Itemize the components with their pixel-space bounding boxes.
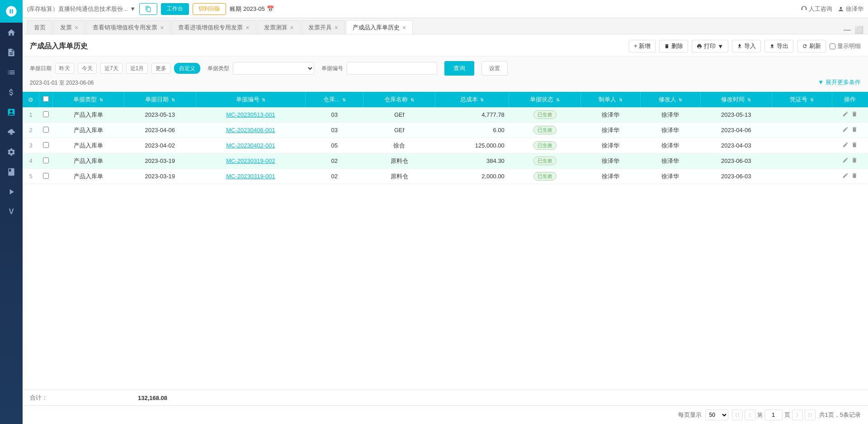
- sidebar-item-stamp[interactable]: [0, 122, 23, 142]
- col-total-cost[interactable]: 总成本 ⇅: [435, 92, 509, 107]
- sidebar-item-money[interactable]: [0, 82, 23, 102]
- tab-home[interactable]: 首页: [27, 20, 52, 34]
- col-checkbox[interactable]: [39, 92, 52, 107]
- select-all-checkbox[interactable]: [43, 96, 49, 102]
- row-edit-icon-0[interactable]: [842, 111, 849, 119]
- date-1month-btn[interactable]: 近1月: [126, 63, 148, 74]
- delete-btn[interactable]: 删除: [659, 40, 688, 52]
- cell-checkbox-0[interactable]: [39, 107, 52, 123]
- display-detail-checkbox[interactable]: [830, 43, 835, 49]
- date-yesterday-btn[interactable]: 昨天: [55, 63, 74, 74]
- date-today-btn[interactable]: 今天: [78, 63, 97, 74]
- expand-filter-btn[interactable]: ▼ 展开更多条件: [818, 78, 861, 86]
- col-warehouse-name[interactable]: 仓库名称 ⇅: [363, 92, 435, 107]
- search-btn[interactable]: 查询: [444, 61, 474, 76]
- new-btn[interactable]: + 新增: [629, 40, 656, 52]
- document-copy-btn[interactable]: [139, 3, 157, 15]
- cell-checkbox-1[interactable]: [39, 123, 52, 138]
- company-dropdown-icon[interactable]: ▼: [130, 5, 136, 12]
- sidebar-item-home[interactable]: [0, 23, 23, 43]
- col-modifier[interactable]: 修改人 ⇅: [641, 92, 700, 107]
- cell-checkbox-2[interactable]: [39, 138, 52, 153]
- export-btn[interactable]: 导出: [764, 40, 793, 52]
- col-modify-time[interactable]: 修改时间 ⇅: [700, 92, 772, 107]
- tab-product-history-close[interactable]: ×: [402, 24, 406, 31]
- cell-number-4[interactable]: MC-20230319-001: [196, 169, 306, 184]
- number-filter-input[interactable]: [347, 62, 437, 75]
- cell-checkbox-4[interactable]: [39, 169, 52, 184]
- sidebar-item-v[interactable]: V: [0, 202, 23, 222]
- tab-purchase-vat[interactable]: 查看进项增值税专用发票 ×: [171, 20, 256, 34]
- tab-purchase-vat-close[interactable]: ×: [245, 24, 249, 31]
- row-checkbox-0[interactable]: [43, 111, 49, 117]
- tab-sales-vat[interactable]: 查看销项增值税专用发票 ×: [86, 20, 170, 34]
- page-next-btn[interactable]: ⟩: [792, 410, 803, 420]
- col-voucher[interactable]: 凭证号 ⇅: [772, 92, 832, 107]
- reset-btn[interactable]: 设置: [481, 61, 508, 76]
- cell-number-0[interactable]: MC-20230513-001: [196, 107, 306, 123]
- switch-old-btn[interactable]: 切到旧版: [193, 3, 226, 15]
- row-delete-icon-4[interactable]: [851, 172, 858, 180]
- col-status[interactable]: 单据状态 ⇅: [509, 92, 581, 107]
- date-7days-btn[interactable]: 近7天: [100, 63, 123, 74]
- row-edit-icon-3[interactable]: [842, 157, 849, 165]
- user-menu[interactable]: 徐泽华: [838, 5, 863, 13]
- page-prev-btn[interactable]: ⟨: [745, 410, 755, 420]
- sidebar-item-chart[interactable]: [0, 62, 23, 82]
- cell-number-1[interactable]: MC-20230406-001: [196, 123, 306, 138]
- col-date[interactable]: 单据日期 ⇅: [124, 92, 196, 107]
- row-delete-icon-2[interactable]: [851, 142, 858, 149]
- page-first-btn[interactable]: ⟨⟨: [732, 410, 743, 420]
- per-page-select[interactable]: 50 20 100: [705, 410, 728, 420]
- row-edit-icon-4[interactable]: [842, 172, 849, 180]
- row-checkbox-1[interactable]: [43, 127, 49, 133]
- tab-maximize-btn[interactable]: ⬜: [854, 25, 863, 34]
- workbench-btn[interactable]: 工作台: [161, 3, 189, 15]
- row-delete-icon-3[interactable]: [851, 157, 858, 165]
- row-delete-icon-0[interactable]: [851, 111, 858, 119]
- print-dropdown-icon[interactable]: ▼: [717, 43, 723, 50]
- app-logo[interactable]: [0, 0, 23, 23]
- tab-invoice-issue[interactable]: 发票开具 ×: [302, 20, 345, 34]
- col-creator[interactable]: 制单人 ⇅: [580, 92, 640, 107]
- tab-invoice[interactable]: 发票 ×: [53, 20, 85, 34]
- page-number-input[interactable]: [764, 410, 783, 420]
- company-selector[interactable]: (库存核算）直播轻纯通信息技术股份... ▼: [27, 5, 136, 13]
- display-detail-label[interactable]: 显示明细: [830, 42, 861, 50]
- service-link[interactable]: 人工咨询: [801, 5, 832, 13]
- sidebar-item-book[interactable]: [0, 162, 23, 182]
- refresh-btn[interactable]: 刷新: [797, 40, 826, 52]
- tab-invoice-calc[interactable]: 发票测算 ×: [257, 20, 301, 34]
- row-checkbox-3[interactable]: [43, 157, 49, 163]
- tab-product-history[interactable]: 产成品入库单历史 ×: [346, 20, 413, 34]
- row-checkbox-2[interactable]: [43, 142, 49, 148]
- cell-checkbox-3[interactable]: [39, 153, 52, 169]
- row-edit-icon-1[interactable]: [842, 126, 849, 134]
- import-btn[interactable]: 导入: [732, 40, 761, 52]
- period-selector[interactable]: 账期 2023-05 📅: [230, 5, 274, 13]
- cell-number-2[interactable]: MC-20230402-001: [196, 138, 306, 153]
- row-checkbox-4[interactable]: [43, 173, 49, 179]
- row-delete-icon-1[interactable]: [851, 126, 858, 134]
- period-calendar-icon[interactable]: 📅: [267, 5, 274, 12]
- sidebar-item-active[interactable]: [0, 102, 23, 122]
- col-type[interactable]: 单据类型 ⇅: [52, 92, 124, 107]
- col-warehouse-code[interactable]: 仓库... ⇅: [306, 92, 363, 107]
- cell-number-3[interactable]: MC-20230319-002: [196, 153, 306, 169]
- date-custom-btn[interactable]: 自定义: [174, 63, 200, 74]
- sidebar-item-play[interactable]: [0, 182, 23, 202]
- settings-icon[interactable]: ⚙: [28, 96, 33, 103]
- tab-invoice-close[interactable]: ×: [75, 24, 78, 31]
- tab-invoice-calc-close[interactable]: ×: [290, 24, 294, 31]
- type-filter-select[interactable]: [233, 62, 314, 75]
- tab-invoice-issue-close[interactable]: ×: [335, 24, 338, 31]
- tab-sales-vat-close[interactable]: ×: [160, 24, 164, 31]
- sidebar-item-settings3[interactable]: [0, 142, 23, 162]
- date-more-btn[interactable]: 更多: [151, 63, 170, 74]
- tab-minimize-btn[interactable]: —: [844, 26, 851, 34]
- page-last-btn[interactable]: ⟩⟩: [805, 410, 816, 420]
- col-settings[interactable]: ⚙: [23, 92, 39, 107]
- sidebar-item-document[interactable]: [0, 43, 23, 62]
- print-btn[interactable]: 打印 ▼: [692, 40, 728, 52]
- col-number[interactable]: 单据编号 ⇅: [196, 92, 306, 107]
